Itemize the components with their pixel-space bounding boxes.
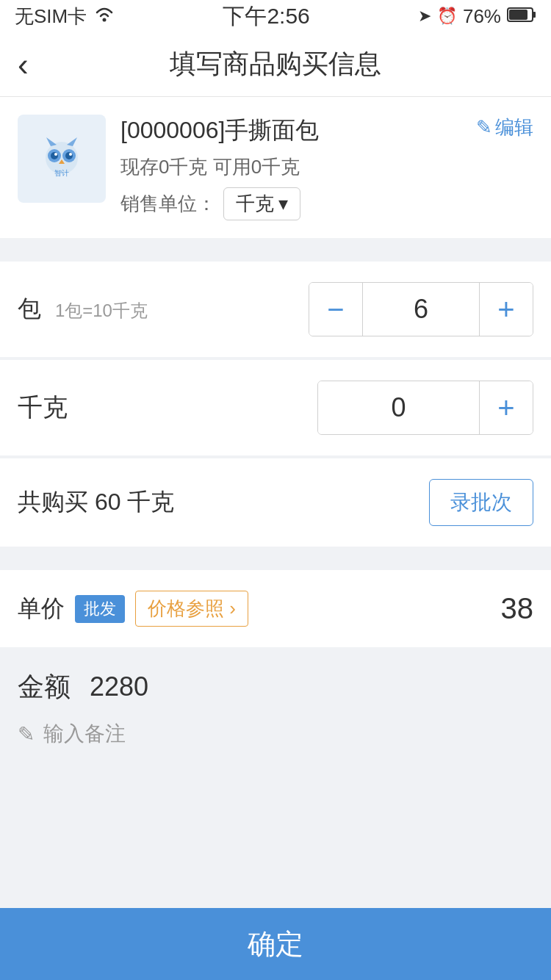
bao-quantity-control: − + [309,282,533,336]
remark-row[interactable]: ✎ 输入备注 [18,720,533,765]
unit-label: 销售单位： [120,191,216,217]
edit-button[interactable]: ✎ 编辑 [476,115,533,140]
bao-minus-button[interactable]: − [309,283,362,336]
svg-text:智计: 智计 [54,169,69,177]
product-unit-row: 销售单位： 千克 ▾ [120,187,533,220]
product-card: 智计 [0000006]手撕面包 现存0千克 可用0千克 销售单位： 千克 ▾ … [0,97,551,238]
unit-selector[interactable]: 千克 ▾ [223,187,300,220]
page-title: 填写商品购买信息 [170,46,381,82]
svg-rect-2 [533,12,536,18]
svg-marker-13 [67,137,77,146]
price-label: 单价 [18,593,65,625]
back-button[interactable]: ‹ [18,46,29,83]
svg-point-7 [51,152,58,159]
amount-row: 金额 2280 [18,669,533,705]
product-image: 智计 [18,115,106,203]
remark-icon: ✎ [18,722,35,746]
svg-point-0 [103,18,107,21]
summary-section: 共购买 60 千克 录批次 [0,458,551,547]
separator-4 [0,558,551,570]
bao-label: 包 [18,295,41,322]
location-icon: ➤ [418,7,431,26]
nav-bar: ‹ 填写商品购买信息 [0,32,551,97]
status-right: ➤ ⏰ 76% [418,5,536,28]
svg-rect-3 [509,10,527,20]
bao-quantity-section: 包 1包=10千克 − + [0,262,551,357]
price-value: 38 [501,592,534,625]
confirm-button[interactable]: 确定 [0,908,551,980]
status-bar: 无SIM卡 下午2:56 ➤ ⏰ 76% [0,0,551,32]
product-info: [0000006]手撕面包 现存0千克 可用0千克 销售单位： 千克 ▾ [120,115,533,220]
product-name: [0000006]手撕面包 [120,115,533,147]
kg-quantity-control: + [317,381,533,435]
price-label-group: 单价 批发 价格参照 › [18,591,248,627]
batch-button[interactable]: 录批次 [429,479,533,526]
product-logo: 智计 [36,130,87,188]
amount-section: 金额 2280 ✎ 输入备注 [0,649,551,765]
separator-1 [0,250,551,262]
price-ref-button[interactable]: 价格参照 › [135,591,248,627]
unit-dropdown-icon: ▾ [278,192,288,215]
kg-plus-button[interactable]: + [480,381,533,434]
kg-quantity-section: 千克 + [0,360,551,455]
kg-quantity-input[interactable] [318,381,480,434]
kg-label: 千克 [18,391,68,425]
bao-plus-button[interactable]: + [480,283,533,336]
edit-label: 编辑 [495,115,533,140]
battery-icon [507,5,536,28]
svg-point-9 [54,153,57,156]
svg-point-10 [69,153,72,156]
alarm-icon: ⏰ [437,7,457,26]
svg-point-8 [65,152,73,159]
product-stock: 现存0千克 可用0千克 [120,154,533,180]
svg-marker-12 [46,137,57,146]
wholesale-badge: 批发 [75,595,125,623]
amount-value: 2280 [90,671,148,702]
wifi-icon [94,5,115,28]
bao-hint: 1包=10千克 [55,300,148,320]
amount-label: 金额 [18,671,71,702]
bao-label-row: 包 1包=10千克 [18,293,148,325]
summary-text: 共购买 60 千克 [18,486,174,519]
status-time: 下午2:56 [223,1,309,32]
carrier-text: 无SIM卡 [15,4,87,29]
battery-text: 76% [463,5,501,28]
edit-icon: ✎ [476,116,492,139]
unit-value: 千克 [236,191,274,217]
bao-quantity-input[interactable] [362,283,480,336]
status-left: 无SIM卡 [15,4,115,29]
remark-placeholder: 输入备注 [43,720,126,748]
price-section: 单价 批发 价格参照 › 38 [0,570,551,647]
